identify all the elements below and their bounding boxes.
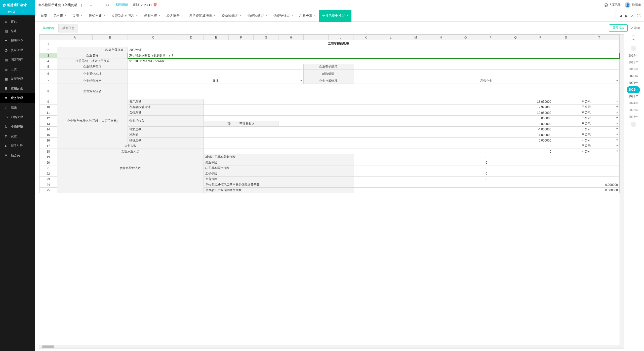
col-header[interactable]: N: [428, 35, 453, 40]
tab[interactable]: 纳税波动表✕: [245, 10, 270, 22]
col-header[interactable]: O: [453, 35, 478, 40]
row-header[interactable]: 7: [39, 78, 57, 84]
year-option[interactable]: 2023年: [627, 93, 640, 100]
unemp-base-value[interactable]: 0.000000: [353, 188, 619, 193]
row-header[interactable]: 14: [39, 127, 57, 132]
company-name-value[interactable]: 刘小艳演示账套（勿删勿动！）1: [128, 53, 620, 58]
tab-close-icon[interactable]: ✕: [265, 14, 267, 17]
row-header[interactable]: 23: [39, 177, 57, 182]
tab-close-icon[interactable]: ✕: [213, 14, 216, 17]
unemployment-value[interactable]: 0: [353, 160, 619, 165]
nav-item[interactable]: ▸新手引导: [0, 141, 35, 151]
nav-item[interactable]: ❀税务管理: [0, 93, 35, 103]
pension-value[interactable]: 0: [353, 154, 619, 160]
row-header[interactable]: 25: [39, 188, 57, 193]
tab-close-icon[interactable]: ✕: [181, 14, 183, 17]
col-header[interactable]: T: [579, 35, 619, 40]
year-option[interactable]: 2019年: [627, 66, 640, 73]
nav-item[interactable]: ↻小畅报销: [0, 122, 35, 131]
main-revenue-value[interactable]: 0.000000: [278, 121, 553, 127]
row-header[interactable]: 11: [39, 110, 57, 116]
col-header[interactable]: B: [92, 35, 128, 40]
row-header[interactable]: 24: [39, 182, 57, 188]
row-header[interactable]: 12: [39, 116, 57, 121]
row-header[interactable]: 16: [39, 138, 57, 143]
col-header[interactable]: L: [378, 35, 403, 40]
tab-close-icon[interactable]: ✕: [291, 14, 293, 17]
tab[interactable]: 所得税汇算清缴✕: [186, 10, 219, 22]
nav-item[interactable]: ◔资金管理: [0, 45, 35, 55]
tab-close-icon[interactable]: ✕: [239, 14, 242, 17]
year-option[interactable]: 2017年: [627, 52, 640, 59]
col-header[interactable]: J: [328, 35, 353, 40]
nav-item[interactable]: ▤总账: [0, 26, 35, 36]
total-assets-value[interactable]: 18.050000: [204, 99, 553, 104]
tab-close-icon[interactable]: ✕: [136, 14, 138, 17]
revenue-disclose[interactable]: 不公示: [553, 116, 620, 121]
tab[interactable]: 税务申报✕: [141, 10, 164, 22]
col-header[interactable]: M: [403, 35, 428, 40]
revenue-value[interactable]: 0.000000: [204, 116, 553, 121]
avatar[interactable]: 👤: [625, 2, 630, 8]
net-profit-disclose[interactable]: 不公示: [553, 132, 620, 138]
tab-close-icon[interactable]: ✕: [158, 14, 160, 17]
tabs-prev-icon[interactable]: ◀: [619, 14, 622, 18]
nav-item[interactable]: ⊞进销台账: [0, 84, 35, 93]
postal-value[interactable]: [353, 69, 619, 78]
tab-close-icon[interactable]: ✕: [103, 14, 105, 17]
row-header[interactable]: 6: [39, 69, 57, 78]
tab[interactable]: 税检专家✕: [296, 10, 319, 22]
nav-item[interactable]: ▦发票管理: [0, 74, 35, 84]
refresh-button[interactable]: ⟳ 刷新: [631, 26, 640, 30]
col-header[interactable]: E: [204, 35, 228, 40]
row-header[interactable]: 19: [39, 154, 57, 160]
col-header[interactable]: F: [229, 35, 254, 40]
subtab-other[interactable]: 其他信息: [59, 24, 78, 32]
corner-cell[interactable]: [39, 35, 57, 40]
calendar-icon[interactable]: 📅: [153, 3, 157, 7]
row-header[interactable]: 4: [39, 58, 57, 64]
row-header[interactable]: 5: [39, 64, 57, 69]
tabs-next-icon[interactable]: ▶: [625, 14, 628, 18]
col-header[interactable]: I: [303, 35, 328, 40]
row-header[interactable]: 13: [39, 121, 57, 127]
year-up-icon[interactable]: ︿: [631, 46, 636, 51]
pension-base-value[interactable]: 0.000000: [353, 182, 619, 188]
col-header[interactable]: R: [528, 35, 553, 40]
row-header[interactable]: 20: [39, 160, 57, 165]
tab-close-icon[interactable]: ✕: [346, 14, 348, 17]
col-header[interactable]: P: [478, 35, 503, 40]
nav-item[interactable]: ▥固定资产: [0, 55, 35, 64]
nav-item[interactable]: ✦报表中心: [0, 36, 35, 45]
nav-item[interactable]: ⌂首页: [0, 17, 35, 26]
year-option[interactable]: 2026年: [627, 114, 640, 120]
row-header[interactable]: 10: [39, 104, 57, 110]
tab[interactable]: 兑申报✕: [50, 10, 70, 22]
fullscreen-icon[interactable]: ⛶: [637, 14, 640, 18]
vertical-scrollbar[interactable]: [620, 34, 624, 348]
tab[interactable]: 税负波动表✕: [219, 10, 245, 22]
account-dropdown-icon[interactable]: ⌄: [90, 3, 93, 7]
row-header[interactable]: 17: [39, 143, 57, 149]
col-header[interactable]: D: [179, 35, 204, 40]
col-header[interactable]: S: [553, 35, 579, 40]
tax-total-value[interactable]: 0.000000: [204, 138, 553, 143]
tab-close-icon[interactable]: ✕: [80, 14, 83, 17]
tax-period-value[interactable]: 2022年度: [128, 47, 620, 53]
owners-equity-disclose[interactable]: 不公示: [553, 104, 620, 110]
year-option[interactable]: 2022年: [627, 86, 640, 93]
nav-item[interactable]: ✓结账: [0, 103, 35, 112]
nav-item[interactable]: ▭归档管理: [0, 112, 35, 122]
horizontal-scrollbar[interactable]: [39, 345, 620, 348]
switch-old-version-button[interactable]: 切到旧版: [114, 2, 130, 8]
tab[interactable]: 税表清册✕: [164, 10, 186, 22]
row-header[interactable]: 9: [39, 99, 57, 104]
tab-close-icon[interactable]: ✕: [314, 14, 316, 17]
tab[interactable]: 存货别名对照表✕: [108, 10, 141, 22]
address-value[interactable]: [128, 69, 303, 78]
year-option[interactable]: 2018年: [627, 59, 640, 66]
total-profit-disclose[interactable]: 不公示: [553, 127, 620, 132]
total-liab-value[interactable]: 12.050000: [204, 110, 553, 116]
subtab-basic[interactable]: 基础信息: [39, 24, 59, 32]
col-header[interactable]: G: [254, 35, 278, 40]
